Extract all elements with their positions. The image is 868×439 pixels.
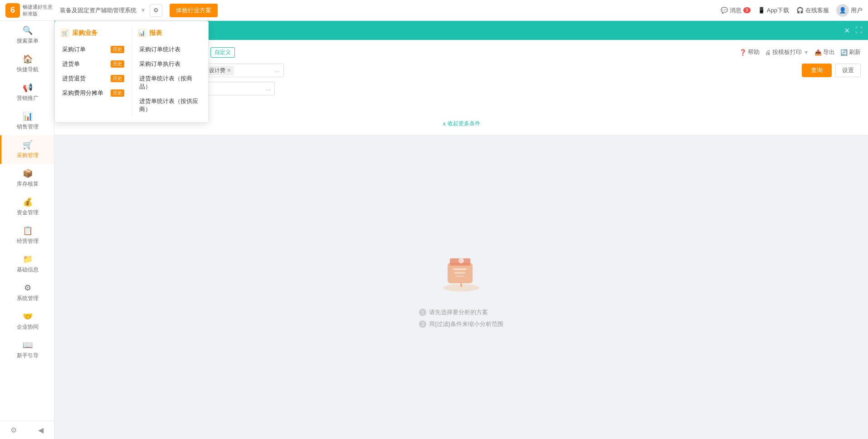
refresh-icon: 🔄 [840, 49, 848, 56]
report-col: 📊 报表 采购订单统计表 采购订单执行表 进货单统计表（按商品） 进货单统计表（… [132, 27, 209, 117]
help-icon: ❓ [739, 49, 746, 56]
report-title-icon: 📊 [137, 29, 146, 38]
system-settings-btn[interactable]: ⚙ [150, 4, 162, 17]
sidebar-item-purchase[interactable]: 🛒 采购管理 [0, 135, 54, 164]
sidebar-item-label: 基础信息 [17, 266, 39, 274]
svg-rect-5 [454, 272, 465, 274]
logo-icon: 6 [5, 3, 20, 18]
dropdown-item-purchase-cost[interactable]: 采购费用分摊单 历史 [60, 86, 126, 100]
history-badge-3: 历史 [111, 75, 124, 82]
system-icon: ⚙ [24, 283, 31, 293]
settings-filter-btn[interactable]: 设置 [835, 64, 861, 77]
collapse-up-icon: ∧ [442, 121, 446, 127]
goods-tag-close[interactable]: ✕ [227, 67, 231, 74]
tip-2: 2 用[过滤]条件来缩小分析范围 [419, 318, 503, 330]
date-shortcut-custom[interactable]: 自定义 [210, 47, 235, 58]
print-icon: 🖨 [765, 49, 771, 56]
empty-tips: 1 请先选择要分析的方案 2 用[过滤]条件来缩小分析范围 [419, 306, 503, 330]
sidebar-item-label: 系统管理 [17, 295, 39, 302]
basic-icon: 📁 [23, 254, 33, 264]
sidebar-settings-btn[interactable]: ⚙ [10, 426, 17, 434]
print-btn[interactable]: 🖨 按模板打印 ▼ [765, 48, 809, 56]
purchase-col: 🛒 采购业务 采购订单 历史 进货单 历史 进货退货 历史 采购费用分摊单 历史 [55, 27, 132, 117]
dropdown-item-purchase-order[interactable]: 采购订单 历史 [60, 42, 126, 57]
sidebar-item-system[interactable]: ⚙ 系统管理 [0, 278, 54, 307]
toolbar-right: ❓ 帮助 🖨 按模板打印 ▼ 📤 导出 🔄 刷新 [739, 48, 861, 56]
sidebar-item-search[interactable]: 🔍 搜索菜单 [0, 21, 54, 49]
collab-icon: 🤝 [23, 311, 33, 321]
action-btns: 查询 设置 [802, 64, 861, 77]
dropdown-item-order-stats[interactable]: 采购订单统计表 [137, 42, 203, 57]
report-col-title: 📊 报表 [137, 27, 203, 42]
goods-select[interactable]: 设计费 ✕ … [202, 64, 284, 77]
message-icon: 💬 [721, 7, 728, 14]
query-btn[interactable]: 查询 [802, 64, 832, 77]
industry-btn[interactable]: 体验行业方案 [170, 4, 218, 17]
sidebar-item-label: 新手引导 [17, 352, 39, 360]
sidebar-item-label: 资金管理 [17, 209, 39, 217]
dropdown-menu: 🛒 采购业务 采购订单 历史 进货单 历史 进货退货 历史 采购费用分摊单 历史 [54, 21, 209, 123]
tip-num-2: 2 [419, 321, 426, 328]
salesperson-ellipsis[interactable]: … [265, 85, 271, 92]
sidebar-item-quick-nav[interactable]: 🏠 快捷导航 [0, 49, 54, 78]
sidebar-item-label: 搜索菜单 [17, 37, 39, 45]
dropdown-item-order-exec[interactable]: 采购订单执行表 [137, 57, 203, 71]
svg-rect-4 [453, 268, 467, 270]
app-download-btn[interactable]: 📱 App下载 [758, 6, 789, 15]
sidebar-collapse-btn[interactable]: ◀ [38, 426, 44, 434]
sidebar-item-operations[interactable]: 📋 经营管理 [0, 221, 54, 250]
export-btn[interactable]: 📤 导出 [814, 48, 835, 56]
sidebar-item-label: 库存核算 [17, 180, 39, 188]
dropdown-columns: 🛒 采购业务 采购订单 历史 进货单 历史 进货退货 历史 采购费用分摊单 历史 [55, 27, 208, 117]
sidebar-item-collab[interactable]: 🤝 企业协同 [0, 307, 54, 335]
system-name-text: 装备及固定资产辅助管理系统 [60, 6, 137, 15]
goods-ellipsis[interactable]: … [274, 67, 280, 74]
collapse-btn[interactable]: ∧ 收起更多条件 [442, 120, 480, 128]
top-bar: 6 畅捷通好生意 标准版 装备及固定资产辅助管理系统 ▼ ⚙ 体验行业方案 💬 … [0, 0, 868, 21]
dropdown-item-in-supplier[interactable]: 进货单统计表（按供应商） [137, 94, 203, 117]
search-icon: 🔍 [23, 25, 33, 35]
sidebar-item-basic[interactable]: 📁 基础信息 [0, 250, 54, 278]
help-btn[interactable]: ❓ 帮助 [739, 48, 760, 56]
empty-state: 1 请先选择要分析的方案 2 用[过滤]条件来缩小分析范围 [54, 135, 868, 439]
sidebar-item-finance[interactable]: 💰 资金管理 [0, 192, 54, 221]
dropdown-item-purchase-return[interactable]: 进货退货 历史 [60, 71, 126, 86]
svg-rect-6 [455, 276, 464, 277]
history-badge-1: 历史 [111, 46, 124, 53]
dropdown-item-purchase-in[interactable]: 进货单 历史 [60, 57, 126, 71]
sidebar-item-guide[interactable]: 📖 新手引导 [0, 335, 54, 364]
avatar: 👤 [836, 4, 849, 17]
sidebar-item-label: 营销推广 [17, 94, 39, 102]
top-right: 💬 消息 9 📱 App下载 🎧 在线客服 👤 用户 [721, 4, 863, 17]
sidebar-item-label: 经营管理 [17, 237, 39, 245]
refresh-btn[interactable]: 🔄 刷新 [840, 48, 861, 56]
sidebar-item-label: 销售管理 [17, 123, 39, 131]
user-btn[interactable]: 👤 用户 [836, 4, 863, 17]
tip-num-1: 1 [419, 309, 426, 316]
tab-bar-right: ✕ ⛶ [842, 26, 868, 35]
history-badge-4: 历史 [111, 89, 124, 97]
history-badge-2: 历史 [111, 60, 124, 68]
finance-icon: 💰 [23, 197, 33, 207]
logo-text: 畅捷通好生意 标准版 [23, 4, 53, 17]
sidebar-item-inventory[interactable]: 📦 库存核算 [0, 164, 54, 192]
phone-icon: 📱 [758, 7, 765, 14]
message-btn[interactable]: 💬 消息 9 [721, 6, 751, 15]
sidebar-item-sales[interactable]: 📊 销售管理 [0, 107, 54, 135]
sidebar: 🔍 搜索菜单 🏠 快捷导航 📢 营销推广 📊 销售管理 🛒 采购管理 📦 库存核… [0, 21, 54, 439]
export-icon: 📤 [814, 49, 822, 56]
purchase-col-title: 🛒 采购业务 [60, 27, 126, 42]
salesperson-select[interactable]: … [202, 82, 275, 95]
print-arrow-icon: ▼ [803, 49, 809, 56]
dropdown-item-in-goods[interactable]: 进货单统计表（按商品） [137, 71, 203, 94]
sidebar-item-label: 采购管理 [17, 152, 39, 159]
home-icon: 🏠 [23, 54, 33, 64]
headset-icon: 🎧 [796, 7, 804, 14]
tab-maximize-btn[interactable]: ⛶ [853, 26, 864, 35]
sidebar-bottom: ⚙ ◀ [0, 421, 54, 439]
marketing-icon: 📢 [23, 83, 33, 93]
sidebar-item-marketing[interactable]: 📢 营销推广 [0, 78, 54, 107]
online-service-btn[interactable]: 🎧 在线客服 [796, 6, 829, 15]
message-badge: 9 [743, 7, 751, 13]
tab-close-all-btn[interactable]: ✕ [842, 26, 852, 35]
